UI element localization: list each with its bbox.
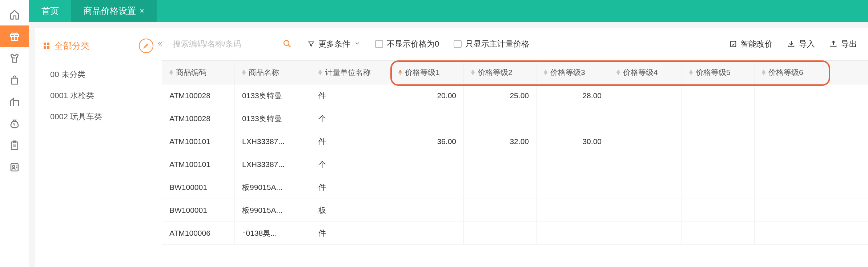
cell-p4[interactable] [609, 130, 682, 153]
svg-rect-19 [731, 41, 736, 47]
cell-p3[interactable] [537, 176, 609, 199]
import-button[interactable]: 导入 [787, 39, 815, 49]
cell-p6[interactable] [755, 199, 827, 222]
clipboard-icon [9, 140, 20, 151]
tab-label: 商品价格设置 [84, 5, 136, 17]
cell-p1[interactable]: 20.00 [391, 84, 464, 107]
toolbar: 更多条件 不显示价格为0 只显示主计量价格 智能改价 [162, 28, 868, 60]
category-item[interactable]: 0002 玩具车类 [44, 106, 153, 127]
cell-p6[interactable] [755, 176, 827, 199]
cell-name: ↑0138奥... [235, 222, 311, 244]
collapse-panel-button[interactable] [157, 40, 164, 49]
cell-p1[interactable] [391, 153, 464, 176]
smart-price-button[interactable]: 智能改价 [729, 39, 773, 49]
tab-price-settings[interactable]: 商品价格设置 × [71, 0, 157, 22]
column-header-price1[interactable]: 价格等级1 [391, 61, 464, 84]
column-header-price6[interactable]: 价格等级6 [755, 61, 827, 84]
cell-p4[interactable] [609, 84, 682, 107]
cell-p5[interactable] [682, 199, 755, 222]
category-all-label[interactable]: 全部分类 [55, 40, 89, 52]
cell-unit: 件 [311, 84, 391, 107]
column-header-name[interactable]: 商品名称 [235, 61, 311, 84]
cell-p2[interactable] [464, 199, 537, 222]
cell-p4[interactable] [609, 107, 682, 130]
nav-building[interactable] [0, 91, 29, 113]
cell-p3[interactable] [537, 199, 609, 222]
cell-p2[interactable] [464, 176, 537, 199]
cell-p3[interactable] [537, 153, 609, 176]
cell-p1[interactable]: 36.00 [391, 130, 464, 153]
cell-p6[interactable] [755, 222, 827, 244]
cell-p2[interactable] [464, 222, 537, 244]
table-row[interactable]: ATM100101LXH33387...个 [162, 153, 868, 176]
table-row[interactable]: BW100001板99015A...板 [162, 199, 868, 222]
nav-gift[interactable] [0, 25, 29, 47]
cell-p4[interactable] [609, 199, 682, 222]
cell-p2[interactable] [464, 107, 537, 130]
edit-category-button[interactable] [139, 39, 153, 53]
cell-p5[interactable] [682, 107, 755, 130]
cell-p6[interactable] [755, 107, 827, 130]
cell-p2[interactable]: 25.00 [464, 84, 537, 107]
svg-text:¥: ¥ [13, 123, 15, 127]
column-header-code[interactable]: 商品编码 [162, 61, 235, 84]
column-header-unit[interactable]: 计量单位名称 [311, 61, 391, 84]
column-header-price5[interactable]: 价格等级5 [682, 61, 755, 84]
nav-money[interactable]: ¥ [0, 113, 29, 135]
search-button[interactable] [283, 39, 292, 50]
cell-p3[interactable]: 28.00 [537, 84, 609, 107]
tab-home[interactable]: 首页 [29, 0, 71, 22]
column-header-price2[interactable]: 价格等级2 [464, 61, 537, 84]
cell-p1[interactable] [391, 222, 464, 244]
category-panel: 全部分类 00 未分类 0001 水枪类 0002 玩具车类 [35, 28, 162, 267]
cell-p1[interactable] [391, 176, 464, 199]
home-icon [9, 9, 20, 20]
cell-unit: 个 [311, 153, 391, 176]
cell-unit: 板 [311, 199, 391, 222]
cell-p6[interactable] [755, 84, 827, 107]
table-row[interactable]: BW100001板99015A...件 [162, 176, 868, 199]
cell-p5[interactable] [682, 84, 755, 107]
svg-marker-20 [169, 69, 173, 72]
only-main-unit-checkbox[interactable]: 只显示主计量价格 [454, 39, 529, 49]
cell-p2[interactable] [464, 153, 537, 176]
nav-clipboard[interactable] [0, 135, 29, 156]
nav-bag[interactable] [0, 69, 29, 91]
table-body: ATM1000280133奥特曼件20.0025.0028.00ATM10002… [162, 84, 868, 245]
category-item[interactable]: 00 未分类 [44, 64, 153, 85]
filter-icon [308, 40, 315, 48]
category-item[interactable]: 0001 水枪类 [44, 85, 153, 106]
cell-p2[interactable]: 32.00 [464, 130, 537, 153]
cell-p5[interactable] [682, 176, 755, 199]
cell-p3[interactable] [537, 107, 609, 130]
cell-p1[interactable] [391, 199, 464, 222]
export-button[interactable]: 导出 [829, 39, 857, 49]
building-icon [9, 96, 20, 107]
table-row[interactable]: ATM100006↑0138奥...件 [162, 222, 868, 245]
cell-p4[interactable] [609, 153, 682, 176]
nav-shirt[interactable]: $ [0, 47, 29, 69]
table-row[interactable]: ATM1000280133奥特曼件20.0025.0028.00 [162, 84, 868, 107]
cell-p4[interactable] [609, 222, 682, 244]
cell-p3[interactable] [537, 222, 609, 244]
close-icon[interactable]: × [140, 6, 144, 16]
cell-p6[interactable] [755, 153, 827, 176]
cell-p6[interactable] [755, 130, 827, 153]
left-nav-rail: $ ¥ [0, 0, 29, 267]
search-input[interactable] [173, 35, 293, 53]
more-filters-button[interactable]: 更多条件 [308, 39, 361, 49]
cell-p4[interactable] [609, 176, 682, 199]
cell-p5[interactable] [682, 153, 755, 176]
cell-p1[interactable] [391, 107, 464, 130]
cell-p5[interactable] [682, 130, 755, 153]
cell-p3[interactable]: 30.00 [537, 130, 609, 153]
column-header-price4[interactable]: 价格等级4 [609, 61, 682, 84]
nav-contact[interactable] [0, 156, 29, 178]
column-header-price3[interactable]: 价格等级3 [537, 61, 609, 84]
cell-p5[interactable] [682, 222, 755, 244]
table-row[interactable]: ATM1000280133奥特曼个 [162, 107, 868, 130]
nav-home[interactable] [0, 4, 29, 25]
svg-marker-36 [762, 69, 765, 72]
table-row[interactable]: ATM100101LXH33387...件36.0032.0030.00 [162, 130, 868, 153]
hide-zero-checkbox[interactable]: 不显示价格为0 [375, 39, 439, 49]
